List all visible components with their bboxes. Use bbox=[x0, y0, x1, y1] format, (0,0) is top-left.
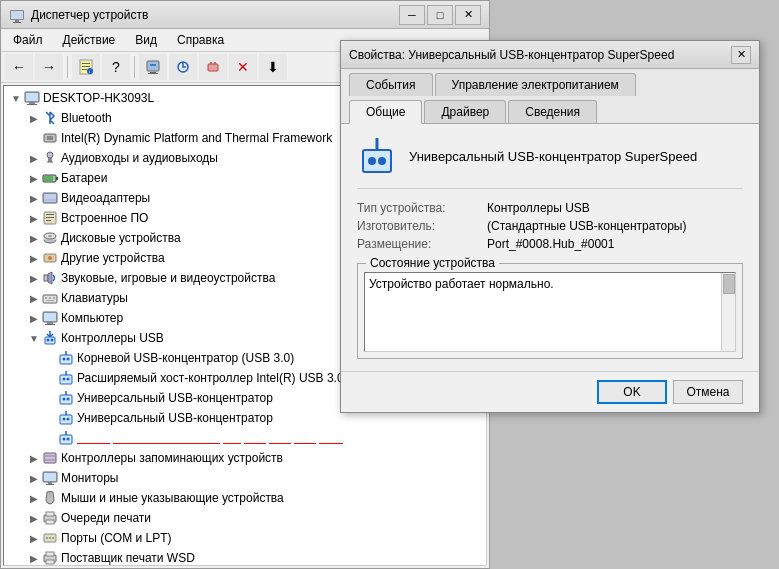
menu-view[interactable]: Вид bbox=[127, 31, 165, 49]
bt-expand-icon[interactable]: ▶ bbox=[26, 110, 42, 126]
dialog-close-button[interactable]: ✕ bbox=[731, 46, 751, 64]
toolbar-rollback[interactable] bbox=[199, 54, 227, 80]
usb-ss-icon bbox=[58, 430, 74, 446]
tab-events[interactable]: События bbox=[349, 73, 433, 96]
svg-point-69 bbox=[67, 438, 70, 441]
tree-mouse[interactable]: ▶ Мыши и иные указывающие устройства bbox=[6, 488, 484, 508]
fw-label: Встроенное ПО bbox=[61, 211, 148, 225]
menu-file[interactable]: Файл bbox=[5, 31, 51, 49]
bluetooth-label: Bluetooth bbox=[61, 111, 112, 125]
svg-rect-76 bbox=[46, 484, 54, 485]
svg-rect-61 bbox=[60, 395, 72, 404]
svg-point-83 bbox=[49, 537, 51, 539]
tree-monitor[interactable]: ▶ Мониторы bbox=[6, 468, 484, 488]
keyboard-label: Клавиатуры bbox=[61, 291, 128, 305]
svg-rect-79 bbox=[46, 512, 54, 516]
tree-wsd[interactable]: ▶ Поставщик печати WSD bbox=[6, 548, 484, 566]
video-label: Видеоадаптеры bbox=[61, 191, 150, 205]
usb-expand-icon[interactable]: ▼ bbox=[26, 330, 42, 346]
pq-expand-icon[interactable]: ▶ bbox=[26, 510, 42, 526]
toolbar-eject[interactable]: ⬇ bbox=[259, 54, 287, 80]
svg-point-56 bbox=[63, 358, 66, 361]
svg-rect-86 bbox=[46, 552, 54, 556]
svg-point-59 bbox=[63, 378, 66, 381]
menu-help[interactable]: Справка bbox=[169, 31, 232, 49]
svg-rect-3 bbox=[13, 22, 21, 23]
svg-point-8 bbox=[87, 68, 93, 74]
toolbar-forward[interactable]: → bbox=[35, 54, 63, 80]
svg-rect-7 bbox=[82, 69, 87, 70]
main-title: Диспетчер устройств bbox=[31, 8, 148, 22]
storage-label: Контроллеры запоминающих устройств bbox=[61, 451, 283, 465]
usb-controllers-label: Контроллеры USB bbox=[61, 331, 164, 345]
svg-rect-28 bbox=[44, 176, 53, 181]
storage-expand-icon[interactable]: ▶ bbox=[26, 450, 42, 466]
ports-expand-icon[interactable]: ▶ bbox=[26, 530, 42, 546]
title-bar-left: Диспетчер устройств bbox=[9, 7, 148, 23]
wsd-expand-icon[interactable]: ▶ bbox=[26, 550, 42, 566]
tab-details[interactable]: Сведения bbox=[508, 100, 597, 123]
toolbar-sep-2 bbox=[134, 56, 135, 78]
tree-storage[interactable]: ▶ Контроллеры запоминающих устройств bbox=[6, 448, 484, 468]
computer-expand-icon[interactable]: ▶ bbox=[26, 310, 42, 326]
svg-rect-42 bbox=[44, 275, 48, 281]
cancel-button[interactable]: Отмена bbox=[673, 380, 743, 404]
svg-point-60 bbox=[67, 378, 70, 381]
root-expand-icon[interactable]: ▼ bbox=[8, 90, 24, 106]
svg-rect-72 bbox=[45, 459, 55, 461]
svg-rect-74 bbox=[44, 473, 56, 481]
video-expand-icon[interactable]: ▶ bbox=[26, 190, 42, 206]
usb-intel-expand bbox=[42, 370, 58, 386]
toolbar-scan[interactable] bbox=[139, 54, 167, 80]
minimize-button[interactable]: ─ bbox=[399, 5, 425, 25]
tree-usb-superspeed[interactable]: Универсальный USB-концентратор SuperSpee… bbox=[6, 428, 484, 448]
svg-point-101 bbox=[368, 157, 376, 165]
ports-icon bbox=[42, 530, 58, 546]
audio-expand-icon[interactable]: ▶ bbox=[26, 150, 42, 166]
sound-expand-icon[interactable]: ▶ bbox=[26, 270, 42, 286]
other-label: Другие устройства bbox=[61, 251, 165, 265]
toolbar-properties[interactable]: i bbox=[72, 54, 100, 80]
usb-u1-label: Универсальный USB-концентратор bbox=[77, 391, 273, 405]
audio-label: Аудиовходы и аудиовыходы bbox=[61, 151, 218, 165]
mouse-expand-icon[interactable]: ▶ bbox=[26, 490, 42, 506]
ok-button[interactable]: OK bbox=[597, 380, 667, 404]
usb-ss-label: Универсальный USB-концентратор SuperSpee… bbox=[77, 431, 343, 445]
svg-point-39 bbox=[48, 235, 52, 237]
toolbar-update[interactable] bbox=[169, 54, 197, 80]
keyboard-expand-icon[interactable]: ▶ bbox=[26, 290, 42, 306]
sound-icon bbox=[42, 270, 58, 286]
usb-hub-icon bbox=[58, 350, 74, 366]
toolbar-help[interactable]: ? bbox=[102, 54, 130, 80]
tab-general[interactable]: Общие bbox=[349, 100, 422, 124]
maximize-button[interactable]: □ bbox=[427, 5, 453, 25]
monitor-expand-icon[interactable]: ▶ bbox=[26, 470, 42, 486]
prop-row-mfg: Изготовитель: (Стандартные USB-концентра… bbox=[357, 219, 743, 233]
printer-icon bbox=[42, 510, 58, 526]
svg-point-41 bbox=[48, 256, 52, 260]
toolbar-back[interactable]: ← bbox=[5, 54, 33, 80]
dialog-title: Свойства: Универсальный USB-концентратор… bbox=[349, 48, 674, 62]
status-textarea[interactable]: Устройство работает нормально. bbox=[364, 272, 736, 352]
tab-driver[interactable]: Драйвер bbox=[424, 100, 506, 123]
close-button[interactable]: ✕ bbox=[455, 5, 481, 25]
fw-icon bbox=[42, 210, 58, 226]
disk-expand-icon[interactable]: ▶ bbox=[26, 230, 42, 246]
tree-print-queue[interactable]: ▶ Очереди печати bbox=[6, 508, 484, 528]
other-expand-icon[interactable]: ▶ bbox=[26, 250, 42, 266]
svg-point-57 bbox=[67, 358, 70, 361]
svg-rect-67 bbox=[60, 435, 72, 444]
bluetooth-icon bbox=[42, 110, 58, 126]
toolbar-remove[interactable]: ✕ bbox=[229, 54, 257, 80]
svg-rect-70 bbox=[44, 453, 56, 463]
svg-point-63 bbox=[67, 398, 70, 401]
tab-power[interactable]: Управление электропитанием bbox=[435, 73, 636, 96]
dialog-buttons: OK Отмена bbox=[341, 371, 759, 412]
menu-action[interactable]: Действие bbox=[55, 31, 124, 49]
ports-label: Порты (COM и LPT) bbox=[61, 531, 172, 545]
tree-ports[interactable]: ▶ Порты (COM и LPT) bbox=[6, 528, 484, 548]
usb-ss-expand bbox=[42, 430, 58, 446]
fw-expand-icon[interactable]: ▶ bbox=[26, 210, 42, 226]
status-scrollbar[interactable] bbox=[721, 273, 735, 351]
battery-expand-icon[interactable]: ▶ bbox=[26, 170, 42, 186]
